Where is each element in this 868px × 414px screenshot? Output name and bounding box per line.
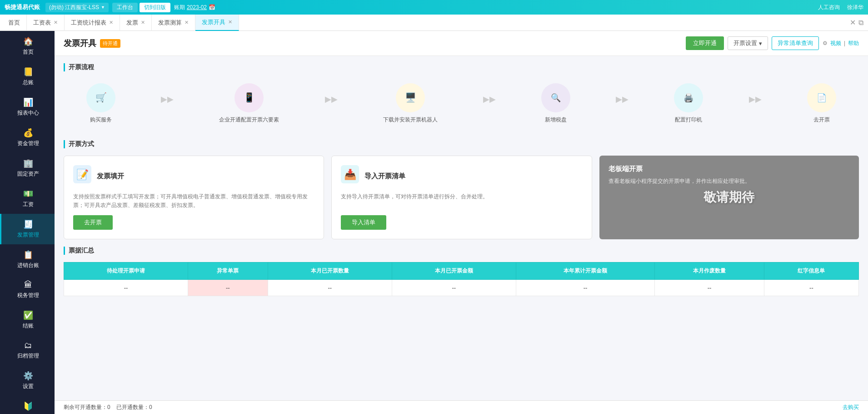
sidebar-item-tax[interactable]: 🏛 税务管理 <box>0 275 55 305</box>
tab-invoice-issue[interactable]: 发票开具 ✕ <box>195 15 239 31</box>
remaining-label: 剩余可开通数量：0 <box>64 404 110 410</box>
sidebar-item-label: 首页 <box>23 48 34 56</box>
sidebar-item-home[interactable]: 🏠 首页 <box>0 31 55 61</box>
sidebar-item-guide[interactable]: 🔰 新手引导 <box>0 396 55 414</box>
flow-step-issue: 📄 去开票 <box>807 83 836 124</box>
svg-text:🖨️: 🖨️ <box>683 93 694 103</box>
workspace-button[interactable]: 工作台 <box>112 3 138 12</box>
main-content: 发票开具 待开通 立即开通 开票设置 ▾ 异常清单查询 ⚙ 视频 | 帮助 <box>55 31 868 414</box>
close-icon[interactable]: ✕ <box>185 20 189 25</box>
table-row: -- -- -- -- -- -- -- <box>64 280 859 296</box>
period-selector: 账期 2023-02 📅 <box>174 4 215 11</box>
svg-text:📥: 📥 <box>344 168 357 181</box>
buy-service-icon: 🛒 <box>86 83 115 112</box>
summary-header-0: 待处理开票申请 <box>64 263 188 280</box>
chevron-down-icon: ▾ <box>759 40 762 47</box>
help-label[interactable]: 帮助 <box>848 40 859 47</box>
chevron-down-icon: ▼ <box>101 5 105 10</box>
tab-payroll[interactable]: 工资表 ✕ <box>27 15 65 31</box>
archive-icon: 🗂 <box>24 341 32 350</box>
abnormal-query-button[interactable]: 异常清单查询 <box>772 36 819 50</box>
sidebar-item-settle[interactable]: ✅ 结账 <box>0 305 55 335</box>
tab-payroll-stats[interactable]: 工资统计报表 ✕ <box>65 15 120 31</box>
tab-payroll-label: 工资表 <box>33 19 51 27</box>
import-list-button[interactable]: 导入清单 <box>341 215 386 230</box>
sidebar-item-label: 工资 <box>23 201 34 208</box>
open-settings-button[interactable]: 开票设置 ▾ <box>728 36 768 50</box>
sidebar-item-payroll[interactable]: 💵 工资 <box>0 183 55 214</box>
buy-link[interactable]: 去购买 <box>843 404 859 411</box>
immediate-open-button[interactable]: 立即开通 <box>686 36 724 50</box>
tab-invoice-calc[interactable]: 发票测算 ✕ <box>152 15 195 31</box>
calendar-icon[interactable]: 📅 <box>209 4 215 10</box>
flow-section: 开票流程 🛒 购买服务 ▶▶ <box>55 56 868 140</box>
summary-header-5: 本月作废数量 <box>655 263 764 280</box>
method-section: 开票方式 📝 发票填开 支持按照发票样式手工填写开发票 <box>55 140 868 247</box>
footer-info: 剩余可开通数量：0 已开通数量：0 <box>64 404 152 411</box>
company-selector[interactable]: (勿动) 江西服宝-LSS ▼ <box>45 3 109 12</box>
flow-step-printer: 🖨️ 配置打印机 <box>674 83 703 124</box>
flow-section-title: 开票流程 <box>64 63 859 71</box>
summary-header-3: 本月已开票金额 <box>392 263 516 280</box>
boss-card-desc: 查看老板端小程序提交的开票申请，并作出相应处理审批。 <box>609 177 850 186</box>
sidebar-item-settings[interactable]: ⚙️ 设置 <box>0 365 55 396</box>
close-icon[interactable]: ✕ <box>109 20 113 25</box>
sidebar-item-assets[interactable]: 🏢 固定资产 <box>0 153 55 183</box>
sidebar-item-label: 设置 <box>23 383 34 390</box>
invoice-icon: 🧾 <box>23 219 33 229</box>
method-cards: 📝 发票填开 支持按照发票样式手工填写开发票；可开具增值税电子普通发票、增值税普… <box>64 156 859 239</box>
sidebar-item-ledger[interactable]: 📒 总账 <box>0 61 55 92</box>
manual-invoice-icon: 📝 <box>73 165 91 187</box>
restore-icon[interactable]: ⧉ <box>858 19 863 27</box>
manual-card-title: 发票填开 <box>97 172 124 181</box>
tab-invoice-label: 发票 <box>126 19 138 27</box>
go-issue-button[interactable]: 去开票 <box>73 215 113 230</box>
import-card-desc: 支持导入待开票清单，可对待开票清单进行拆分、合并处理。 <box>341 192 582 201</box>
user-label[interactable]: 徐泽华 <box>847 4 863 11</box>
import-invoice-card: 📥 导入开票清单 支持导入待开票清单，可对待开票清单进行拆分、合并处理。 导入清… <box>331 156 592 239</box>
close-icon[interactable]: ✕ <box>141 20 145 25</box>
settings-icon: ⚙️ <box>23 371 33 381</box>
divider: | <box>844 40 845 46</box>
sidebar-item-reports[interactable]: 📊 报表中心 <box>0 92 55 122</box>
tab-home[interactable]: 首页 <box>5 15 27 31</box>
method-section-title: 开票方式 <box>64 140 859 148</box>
view-video-label[interactable]: 视频 <box>830 40 841 47</box>
summary-cell-0: -- <box>64 280 188 296</box>
period-value[interactable]: 2023-02 <box>187 4 207 10</box>
tax-icon: 🏛 <box>24 280 32 290</box>
tab-invoice-issue-label: 发票开具 <box>202 18 225 26</box>
close-icon[interactable]: ✕ <box>54 20 58 25</box>
summary-section: 票据汇总 待处理开票申请 异常单票 本月已开票数量 本月已开票金额 本年累计开票… <box>55 247 868 303</box>
close-icon[interactable]: ✕ <box>228 19 232 25</box>
close-window-icon[interactable]: ✕ <box>850 18 856 27</box>
import-card-title: 导入开票清单 <box>364 172 405 181</box>
sidebar-item-invoice[interactable]: 🧾 发票管理 <box>0 214 55 244</box>
finance-icon: 💰 <box>23 128 33 138</box>
flow-step-taxpad: 🔍 新增税盘 <box>541 83 570 124</box>
summary-cell-4: -- <box>516 280 654 296</box>
switch-old-button[interactable]: 切到旧版 <box>140 3 170 12</box>
flow-arrow-2: ▶▶ <box>325 94 338 104</box>
configure-icon: 📱 <box>234 83 264 112</box>
reports-icon: 📊 <box>23 97 33 107</box>
flow-arrow-5: ▶▶ <box>749 94 762 104</box>
sidebar-item-label: 报表中心 <box>17 109 39 117</box>
sidebar-item-finance[interactable]: 💰 资金管理 <box>0 122 55 153</box>
sidebar-item-archive[interactable]: 🗂 归档管理 <box>0 335 55 365</box>
summary-cell-5: -- <box>655 280 764 296</box>
service-label[interactable]: 人工咨询 <box>818 4 840 11</box>
import-card-header: 📥 导入开票清单 <box>341 165 582 187</box>
purchase-icon: 📋 <box>23 250 33 260</box>
flow-steps: 🛒 购买服务 ▶▶ 📱 企业开通配置开票六要素 ▶▶ <box>64 79 859 133</box>
sidebar-item-purchase[interactable]: 📋 进销台账 <box>0 244 55 275</box>
summary-section-title: 票据汇总 <box>64 247 859 255</box>
page-footer: 剩余可开通数量：0 已开通数量：0 去购买 <box>55 400 868 414</box>
flow-arrow-4: ▶▶ <box>616 94 629 104</box>
flow-step-download: 🖥️ 下载并安装开票机器人 <box>383 83 438 124</box>
printer-icon: 🖨️ <box>674 83 703 112</box>
tab-invoice[interactable]: 发票 ✕ <box>120 15 152 31</box>
sidebar-item-label: 资金管理 <box>17 140 39 147</box>
flow-step-configure: 📱 企业开通配置开票六要素 <box>219 83 279 124</box>
svg-text:🛒: 🛒 <box>95 92 107 103</box>
